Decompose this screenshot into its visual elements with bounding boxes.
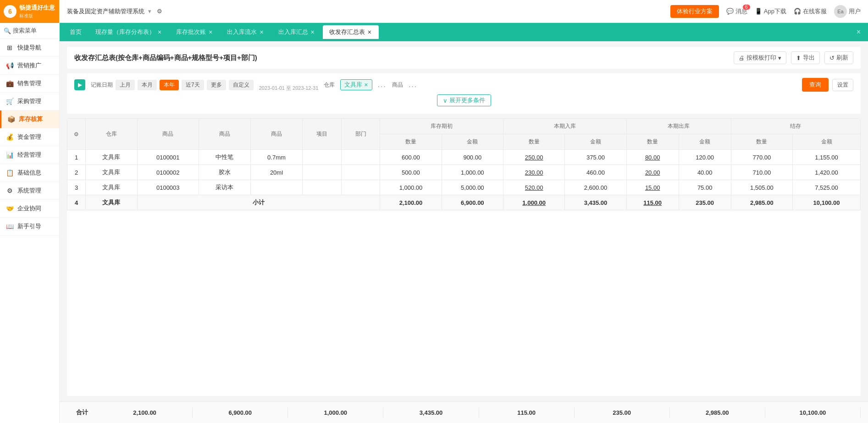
export-button[interactable]: ⬆ 导出 xyxy=(791,51,820,64)
settings-button[interactable]: 设置 xyxy=(832,79,853,91)
date-this-month[interactable]: 本月 xyxy=(138,80,157,90)
row3-out-qty[interactable]: 15.00 xyxy=(626,180,679,195)
date-7days[interactable]: 近7天 xyxy=(182,80,204,90)
row1-in-qty[interactable]: 250.00 xyxy=(503,150,564,165)
online-service-action[interactable]: 🎧 在线客服 xyxy=(794,7,827,16)
sidebar-item-label: 营销推广 xyxy=(17,61,41,70)
row1-in-qty-link[interactable]: 250.00 xyxy=(525,154,543,161)
subtotal-out-qty-link[interactable]: 115.00 xyxy=(643,199,662,206)
app-subtitle: 标准版 xyxy=(19,13,55,19)
headset-icon: 🎧 xyxy=(794,8,801,15)
tab-recv-summary-close[interactable]: × xyxy=(367,29,372,35)
goods-filter-dots[interactable]: ... xyxy=(409,81,417,89)
sidebar-item-operation[interactable]: 📊 经营管理 xyxy=(0,146,59,164)
expand-row: ∨ 展开更多条件 xyxy=(74,92,853,109)
subtotal-in-qty-link[interactable]: 1,000.00 xyxy=(522,199,546,206)
top-header: 装备及固定资产辅助管理系统 ▾ ⚙ 体验行业方案 💬 消息 6 📱 App下载 … xyxy=(60,0,868,23)
tab-bar-close-all[interactable]: × xyxy=(853,26,864,38)
query-button[interactable]: 查询 xyxy=(802,78,829,92)
tab-stock-dist[interactable]: 现存量（库存分布表） × xyxy=(89,25,169,39)
subtotal-open-amt: 6,900.00 xyxy=(442,195,503,210)
tab-summary[interactable]: 出入库汇总 × xyxy=(272,25,322,39)
user-action[interactable]: Ea 用户 xyxy=(834,5,861,18)
total-bal-amt: 10,100.00 xyxy=(765,407,861,418)
total-open-amt: 6,900.00 xyxy=(193,407,288,418)
tab-home[interactable]: 首页 xyxy=(63,25,88,39)
tab-flow-close[interactable]: × xyxy=(259,29,264,35)
tab-batch[interactable]: 库存批次账 × xyxy=(170,25,220,39)
row1-out-qty-link[interactable]: 80.00 xyxy=(645,154,660,161)
operation-icon: 📊 xyxy=(6,151,14,159)
message-badge: 6 xyxy=(743,5,750,10)
app-download-label: App下载 xyxy=(764,7,786,16)
row2-in-qty[interactable]: 230.00 xyxy=(503,165,564,180)
tab-recv-summary[interactable]: 收发存汇总表 × xyxy=(323,25,379,39)
th-outbound: 本期出库 xyxy=(626,119,731,134)
app-download-action[interactable]: 📱 App下载 xyxy=(755,7,786,16)
tab-summary-label: 出入库汇总 xyxy=(278,28,308,36)
sidebar-item-purchase[interactable]: 🛒 采购管理 xyxy=(0,93,59,110)
print-icon: 🖨 xyxy=(739,55,745,61)
sidebar-item-system[interactable]: ⚙ 系统管理 xyxy=(0,182,59,200)
row3-in-qty[interactable]: 520.00 xyxy=(503,180,564,195)
warehouse-filter-dots[interactable]: ... xyxy=(378,81,387,89)
row2-in-qty-link[interactable]: 230.00 xyxy=(525,169,543,176)
tab-flow[interactable]: 出入库流水 × xyxy=(221,25,271,39)
search-menu[interactable]: 🔍 搜索菜单 xyxy=(0,23,59,39)
th-inbound: 本期入库 xyxy=(503,119,626,134)
sidebar-item-marketing[interactable]: 📢 营销推广 xyxy=(0,57,59,75)
total-label: 合计 xyxy=(67,406,97,419)
system-dropdown-icon[interactable]: ▾ xyxy=(148,8,151,15)
row2-out-qty-link[interactable]: 20.00 xyxy=(645,169,660,176)
th-settings[interactable]: ⚙ xyxy=(67,119,86,150)
sidebar-item-quick-nav[interactable]: ⊞ 快捷导航 xyxy=(0,39,59,57)
sidebar-nav: ⊞ 快捷导航 📢 营销推广 💼 销售管理 🛒 采购管理 📦 库存核算 💰 资金管… xyxy=(0,39,59,423)
sidebar-item-finance[interactable]: 💰 资金管理 xyxy=(0,128,59,146)
sidebar-item-cooperation[interactable]: 🤝 企业协同 xyxy=(0,200,59,218)
export-label: 导出 xyxy=(803,54,815,62)
subtotal-open-qty: 2,100.00 xyxy=(380,195,442,210)
row1-open-qty: 600.00 xyxy=(380,150,442,165)
tab-batch-close[interactable]: × xyxy=(208,29,213,35)
sidebar-item-guide[interactable]: 📖 新手引导 xyxy=(0,218,59,236)
expand-conditions-btn[interactable]: ∨ 展开更多条件 xyxy=(437,94,491,106)
row2-out-qty[interactable]: 20.00 xyxy=(626,165,679,180)
tab-summary-close[interactable]: × xyxy=(310,29,315,35)
experience-button[interactable]: 体验行业方案 xyxy=(670,5,719,18)
guide-icon: 📖 xyxy=(6,222,14,231)
row2-in-amt: 460.00 xyxy=(565,165,626,180)
row3-out-qty-link[interactable]: 15.00 xyxy=(645,184,660,191)
date-last-month[interactable]: 上月 xyxy=(116,80,135,90)
print-label: 按模板打印 xyxy=(746,54,776,62)
th-opening: 库存期初 xyxy=(380,119,503,134)
warehouse-tag-text: 文具库 xyxy=(344,81,362,89)
message-action[interactable]: 💬 消息 6 xyxy=(726,7,747,16)
row2-name: 胶水 xyxy=(199,165,250,180)
tab-recv-summary-label: 收发存汇总表 xyxy=(329,28,365,36)
filter-arrow-btn[interactable]: ▶ xyxy=(74,79,85,90)
sidebar-item-basic[interactable]: 📋 基础信息 xyxy=(0,164,59,182)
row1-bal-amt: 1,155.00 xyxy=(793,150,861,165)
footer-bar: 合计 2,100.00 6,900.00 1,000.00 3,435.00 1… xyxy=(60,401,868,423)
sales-icon: 💼 xyxy=(6,79,14,88)
refresh-button[interactable]: ↺ 刷新 xyxy=(824,51,853,64)
sidebar-item-label: 新手引导 xyxy=(17,222,41,231)
date-this-year[interactable]: 本年 xyxy=(160,80,179,90)
row1-code: 0100001 xyxy=(137,150,199,165)
th-bal-qty: 数量 xyxy=(731,134,792,150)
subtotal-bal-qty: 2,985.00 xyxy=(731,195,792,210)
print-button[interactable]: 🖨 按模板打印 ▾ xyxy=(734,51,786,64)
sidebar-item-inventory[interactable]: 📦 库存核算 xyxy=(0,110,59,128)
warehouse-tag-close[interactable]: × xyxy=(364,82,368,88)
row1-out-qty[interactable]: 80.00 xyxy=(626,150,679,165)
settings-gear-icon[interactable]: ⚙ xyxy=(157,8,162,15)
sidebar-item-label: 经营管理 xyxy=(17,151,41,159)
subtotal-in-qty[interactable]: 1,000.00 xyxy=(503,195,564,210)
date-custom[interactable]: 自定义 xyxy=(229,80,254,90)
subtotal-out-qty[interactable]: 115.00 xyxy=(626,195,679,210)
date-filter-group: 记账日期 上月 本月 本年 近7天 更多 自定义 xyxy=(91,80,254,90)
row3-in-qty-link[interactable]: 520.00 xyxy=(525,184,543,191)
date-more[interactable]: 更多 xyxy=(207,80,226,90)
tab-stock-dist-close[interactable]: × xyxy=(157,29,162,35)
sidebar-item-sales[interactable]: 💼 销售管理 xyxy=(0,75,59,93)
